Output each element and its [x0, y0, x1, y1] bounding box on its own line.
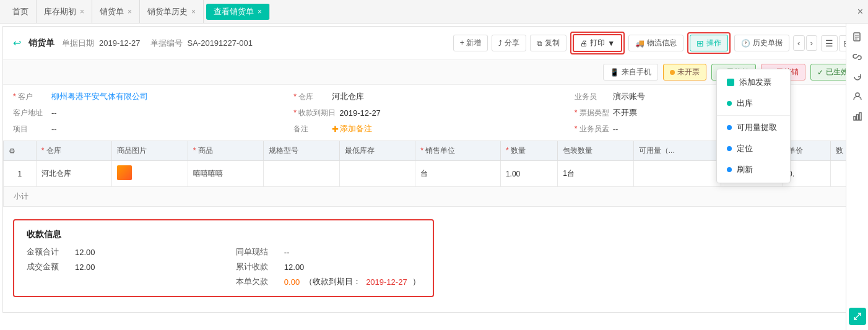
doc-number-label: 单据编号	[150, 38, 183, 49]
same-order-row: 同单现结 --	[236, 246, 420, 258]
sidebar-link-btn[interactable]	[849, 48, 866, 66]
doc-icon: ↩	[13, 37, 21, 49]
phone-icon: 📱	[610, 68, 619, 77]
doc-date-value: 2019-12-27	[99, 38, 141, 48]
tab-sales-history-label: 销货单历史	[147, 6, 188, 17]
ticket-row: 票据类型 不开票	[575, 107, 855, 118]
subtotal-label: 小计	[4, 187, 865, 207]
deal-value: 12.00	[75, 263, 95, 272]
row-unit: 台	[415, 161, 501, 187]
doc-date-label: 单据日期	[62, 38, 94, 49]
cumulative-label: 累计收款	[236, 261, 279, 272]
new-btn[interactable]: + 新增	[453, 35, 488, 51]
row-spec	[264, 161, 340, 187]
prev-btn[interactable]: ‹	[793, 35, 804, 51]
operation-highlight-box: ⊞ 操作	[687, 32, 731, 54]
total-label: 金额合计	[27, 246, 70, 258]
nav-arrows: ‹ ›	[793, 35, 817, 51]
add-note-btn[interactable]: ✚ 添加备注	[332, 123, 372, 134]
customer-label: 客户	[13, 92, 48, 102]
tab-home[interactable]: 首页	[5, 0, 37, 23]
deal-label: 成交金额	[27, 261, 70, 272]
sidebar-chart-btn[interactable]	[849, 108, 866, 125]
operation-dropdown: 添加发票 出库 可用量提取 定位 刷新	[716, 69, 791, 183]
window-close-btn[interactable]: ×	[857, 6, 863, 17]
history-icon: 🕐	[741, 39, 750, 48]
tab-view-sales-close[interactable]: ×	[258, 7, 262, 16]
sales-row: 业务员孟 --	[575, 123, 855, 134]
logistics-btn[interactable]: 🚚 物流信息	[628, 35, 684, 51]
staff-row: 业务员 演示账号	[575, 91, 855, 102]
operation-btn[interactable]: ⊞ 操作	[690, 35, 728, 51]
list-view-btn[interactable]: ☰	[821, 35, 838, 51]
project-row: 项目 --	[13, 123, 293, 134]
tab-sales-label: 销货单	[100, 6, 124, 17]
doc-number-value: SA-20191227-001	[188, 38, 253, 48]
row-min-stock	[339, 161, 415, 187]
col-qty: 数量	[500, 141, 557, 161]
tab-sales-close[interactable]: ×	[128, 7, 132, 16]
dropdown-add-invoice[interactable]: 添加发票	[717, 72, 790, 93]
locate-icon	[727, 146, 732, 151]
copy-btn[interactable]: ⧉ 复制	[530, 35, 566, 51]
tab-sales[interactable]: 销货单 ×	[92, 0, 140, 23]
cumulative-row: 累计收款 12.00	[236, 261, 420, 272]
warehouse-row: 仓库 河北仓库	[293, 91, 574, 102]
note-label: 备注	[293, 124, 328, 134]
dropdown-refresh[interactable]: 刷新	[717, 159, 790, 180]
svg-rect-5	[854, 116, 856, 120]
customer-value[interactable]: 柳州粤港平安气体有限公司	[51, 91, 148, 102]
doc-meta: 单据日期 2019-12-27 单据编号 SA-20191227-001	[62, 38, 253, 49]
sidebar-doc-btn[interactable]	[849, 28, 866, 46]
due-date-value: 2019-12-27	[339, 108, 381, 118]
due-date-row: 收款到期日 2019-12-27	[293, 107, 574, 118]
sidebar-expand-btn[interactable]	[849, 308, 866, 325]
not-open-label: 未开票	[677, 67, 700, 77]
balance-label: 本单欠款	[236, 276, 279, 287]
dropdown-divider-1	[717, 115, 790, 116]
from-phone-btn[interactable]: 📱 来自手机	[603, 64, 658, 80]
col-settings[interactable]: ⚙	[4, 141, 37, 161]
payment-right: 同单现结 -- 累计收款 12.00 本单欠款 0.00 （收款到期日： 201…	[236, 246, 420, 287]
ticket-label: 票据类型	[575, 108, 609, 118]
tab-inventory[interactable]: 库存期初 ×	[37, 0, 92, 23]
dropdown-qty-extract[interactable]: 可用量提取	[717, 117, 790, 138]
tab-sales-history-close[interactable]: ×	[191, 7, 196, 16]
qty-extract-label: 可用量提取	[737, 122, 777, 133]
ticket-value: 不开票	[613, 107, 637, 118]
tab-inventory-close[interactable]: ×	[80, 7, 84, 16]
sidebar-refresh-btn[interactable]	[849, 68, 866, 85]
cumulative-value: 12.00	[284, 263, 305, 272]
col-product: 商品	[188, 141, 264, 161]
tab-view-sales[interactable]: 查看销货单 ×	[206, 4, 270, 20]
share-label: 分享	[505, 38, 519, 48]
row-index: 1	[4, 161, 37, 187]
row-image	[112, 161, 188, 187]
operation-label: 操作	[706, 38, 721, 48]
print-highlight-box: 🖨 打印 ▼	[570, 32, 625, 54]
tab-view-sales-label: 查看销货单	[214, 6, 254, 17]
tab-sales-history[interactable]: 销货单历史 ×	[140, 0, 204, 23]
doc-date: 单据日期 2019-12-27	[62, 38, 141, 49]
payment-title: 收款信息	[27, 229, 420, 240]
not-open-chip[interactable]: 未开票	[663, 64, 706, 80]
next-btn[interactable]: ›	[806, 35, 817, 51]
print-btn[interactable]: 🖨 打印 ▼	[573, 34, 622, 52]
balance-note: （收款到期日：	[305, 276, 361, 287]
doc-title-area: ↩ 销货单 单据日期 2019-12-27 单据编号 SA-20191227-0…	[13, 37, 253, 49]
add-note-icon: ✚	[332, 124, 339, 134]
locate-label: 定位	[737, 143, 753, 154]
dropdown-locate[interactable]: 定位	[717, 138, 790, 159]
share-btn[interactable]: ⤴ 分享	[492, 35, 526, 51]
row-product: 嘻嘻嘻嘻	[188, 161, 264, 187]
balance-note-end: ）	[412, 276, 420, 287]
balance-value: 0.00	[284, 277, 300, 287]
sidebar-user-btn[interactable]	[849, 88, 866, 105]
outbound-label: 出库	[737, 98, 753, 109]
logistics-icon: 🚚	[635, 39, 644, 48]
dropdown-outbound[interactable]: 出库	[717, 93, 790, 114]
payment-left: 金额合计 12.00 成交金额 12.00	[27, 246, 211, 287]
history-btn[interactable]: 🕐 历史单据	[734, 35, 789, 51]
product-image	[117, 165, 132, 180]
project-label: 项目	[13, 124, 48, 134]
